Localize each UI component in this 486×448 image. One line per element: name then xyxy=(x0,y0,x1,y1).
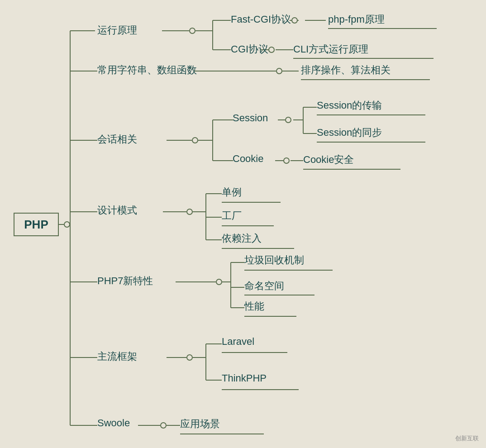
node-cookie-safe: Cookie安全 xyxy=(303,153,354,167)
node-danli: 单例 xyxy=(222,186,242,199)
bar-lajie xyxy=(244,270,333,271)
node-mingming: 命名空间 xyxy=(244,279,284,293)
node-yingyong: 应用场景 xyxy=(180,417,220,431)
circle-php7 xyxy=(216,279,222,285)
circle-huihua xyxy=(192,137,198,143)
node-session-trans: Session的传输 xyxy=(317,99,382,112)
bar-session-sync xyxy=(317,142,425,143)
circle-session xyxy=(285,117,291,123)
circle-sheji xyxy=(186,209,193,215)
node-fastcgi: Fast-CGI协议 xyxy=(231,13,291,26)
node-gongchang: 工厂 xyxy=(222,209,242,223)
circle-zifu xyxy=(276,68,282,74)
bar-mingming xyxy=(244,295,314,295)
node-swoole: Swoole xyxy=(97,417,130,429)
node-session-sync: Session的同步 xyxy=(317,126,382,139)
bar-xingneng xyxy=(244,316,296,317)
node-php7: PHP7新特性 xyxy=(97,274,153,288)
bar-yilai xyxy=(222,248,294,249)
node-paixu: 排序操作、算法相关 xyxy=(301,63,391,77)
node-phpfpm: php-fpm原理 xyxy=(328,13,385,26)
bar-cookie-safe xyxy=(303,169,400,170)
circle-kuangjia xyxy=(186,354,193,361)
node-huihua: 会话相关 xyxy=(97,133,137,146)
root-label: PHP xyxy=(24,218,48,232)
node-yunxing: 运行原理 xyxy=(97,24,137,37)
bar-session-trans xyxy=(317,114,425,115)
circle-cgi xyxy=(268,47,275,53)
bar-phpfpm xyxy=(328,28,437,29)
watermark-text: 创新互联 xyxy=(455,435,479,442)
node-cli: CLI方式运行原理 xyxy=(293,43,368,56)
bar-laravel xyxy=(222,352,287,353)
node-yilai: 依赖注入 xyxy=(222,232,262,245)
circle-swoole xyxy=(160,422,167,429)
root-node: PHP xyxy=(14,213,59,236)
bar-yingyong xyxy=(180,434,264,434)
node-session: Session xyxy=(233,112,268,124)
node-kuangjia: 主流框架 xyxy=(97,350,137,363)
bar-cli xyxy=(293,58,434,59)
node-zifu: 常用字符串、数组函数 xyxy=(97,63,197,77)
node-cookie: Cookie xyxy=(233,153,263,165)
bar-paixu xyxy=(301,79,430,80)
node-thinkphp: ThinkPHP xyxy=(222,372,267,384)
bar-thinkphp xyxy=(222,389,299,390)
mind-map: PHP 运行原理 Fast-CGI协议 php-fpm原理 CGI协议 CLI方… xyxy=(0,0,486,448)
circle-fastcgi xyxy=(291,17,298,24)
circle-yunxing xyxy=(189,28,195,34)
root-circle xyxy=(64,221,70,228)
node-cgi: CGI协议 xyxy=(231,43,268,56)
node-laravel: Laravel xyxy=(222,336,254,348)
node-sheji: 设计模式 xyxy=(97,204,137,217)
watermark: 创新互联 xyxy=(455,434,479,443)
circle-cookie xyxy=(283,157,290,164)
bar-gongchang xyxy=(222,225,274,226)
bar-danli xyxy=(222,202,281,203)
node-lajie: 垃圾回收机制 xyxy=(244,253,304,267)
node-xingneng: 性能 xyxy=(244,300,264,313)
